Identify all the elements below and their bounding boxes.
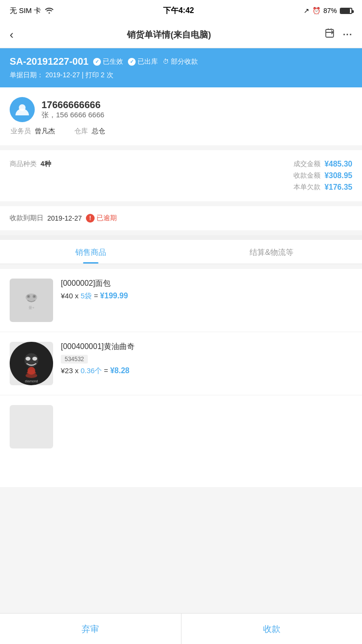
overdue-badge: ! 已逾期 (86, 214, 117, 223)
status-bar: 无 SIM 卡 下午4:42 ↗ ⏰ 87% (0, 0, 362, 21)
overdue-text: 已逾期 (97, 214, 117, 223)
tabs-bar: 销售商品 结算&物流等 (0, 240, 362, 264)
debt-item: 本单欠款 ¥176.35 (293, 183, 352, 192)
category-item: 商品种类 4种 (10, 160, 51, 168)
carrier-label: 无 SIM 卡 (10, 6, 41, 15)
status-partial: 部分收款 (171, 57, 198, 66)
date-label: 单据日期： (10, 71, 43, 79)
alarm-icon: ⏰ (312, 7, 320, 14)
price-unit-1: ¥40 x (61, 292, 81, 300)
salesperson-label: 业务员 (11, 127, 31, 136)
svg-point-11 (26, 357, 30, 361)
page-title: 销货单详情(来自电脑) (127, 29, 211, 41)
product-thumb-1: 量+ (10, 279, 53, 322)
product-item-3-partial (0, 395, 362, 487)
customer-row: 17666666666 张，156 6666 6666 (10, 97, 352, 122)
status-badge-partial: ⏱ 部分收款 (163, 57, 198, 66)
product-thumb-3 (10, 405, 53, 448)
price-unit-2: ¥23 x (61, 366, 81, 375)
customer-info: 17666666666 张，156 6666 6666 (42, 99, 104, 120)
warehouse-item: 仓库 总仓 (74, 127, 105, 136)
location-icon: ↗ (304, 7, 309, 14)
debt-value: ¥176.35 (324, 183, 352, 192)
salesperson-value: 曾凡杰 (35, 127, 55, 136)
check-icon-2: ✓ (128, 58, 136, 66)
order-header: SA-20191227-001 ✓ 已生效 ✓ 已出库 ⏱ 部分收款 单据日期：… (0, 48, 362, 87)
product-price-1: ¥40 x 5袋 = ¥199.99 (61, 292, 352, 301)
status-effective: 已生效 (103, 57, 123, 66)
more-icon[interactable]: ··· (343, 29, 352, 40)
status-badge-effective: ✓ 已生效 (93, 57, 123, 66)
abandon-review-button[interactable]: 弃审 (0, 614, 181, 644)
summary-left: 商品种类 4种 (10, 160, 51, 192)
status-shipped: 已出库 (138, 57, 158, 66)
customer-id: 17666666666 (42, 99, 104, 111)
summary-right: 成交金额 ¥485.30 收款金额 ¥308.95 本单欠款 ¥176.35 (293, 160, 352, 192)
avatar (10, 97, 35, 122)
product-price-2: ¥23 x 0.36个 = ¥8.28 (61, 366, 352, 376)
clock-icon: ⏱ (163, 58, 169, 65)
section-divider (0, 235, 362, 240)
print-info: 打印 2 次 (85, 71, 113, 79)
amount-label: 成交金额 (293, 160, 320, 168)
category-count: 4种 (41, 160, 51, 168)
abandon-review-label: 弃审 (82, 623, 99, 635)
customer-details: 业务员 曾凡杰 仓库 总仓 (10, 127, 352, 136)
svg-point-7 (34, 296, 35, 297)
back-button[interactable]: ‹ (10, 28, 14, 42)
product-name-2: [000400001]黄油曲奇 (61, 342, 352, 352)
status-right: ↗ ⏰ 87% (304, 7, 352, 14)
price-total-2: ¥8.28 (110, 366, 129, 375)
product-item-2: diamond [000400001]黄油曲奇 534532 ¥23 x 0.3… (0, 332, 362, 395)
price-qty-1: 5袋 (81, 292, 92, 300)
warehouse-label: 仓库 (74, 127, 88, 136)
nav-bar: ‹ 销货单详情(来自电脑) ··· (0, 21, 362, 48)
svg-text:量+: 量+ (28, 306, 35, 310)
order-status-badges: ✓ 已生效 ✓ 已出库 ⏱ 部分收款 (93, 57, 198, 66)
collect-payment-button[interactable]: 收款 (181, 614, 362, 644)
battery-label: 87% (323, 7, 337, 14)
products-section: 量+ [0000002]面包 ¥40 x 5袋 = ¥199.99 (0, 269, 362, 487)
received-value: ¥308.95 (324, 171, 352, 180)
category-label: 商品种类 (10, 160, 37, 168)
amount-item: 成交金额 ¥485.30 (293, 160, 352, 168)
due-date-value: 2019-12-27 (47, 214, 82, 222)
status-badge-shipped: ✓ 已出库 (128, 57, 158, 66)
tab-settlement-label: 结算&物流等 (250, 248, 293, 256)
svg-point-12 (32, 357, 37, 361)
wifi-icon (45, 7, 54, 15)
product-info-1: [0000002]面包 ¥40 x 5袋 = ¥199.99 (61, 279, 352, 301)
tab-sales-products[interactable]: 销售商品 (0, 240, 181, 264)
order-date: 2019-12-27 (45, 71, 80, 79)
received-item: 收款金额 ¥308.95 (293, 171, 352, 180)
amount-value: ¥485.30 (324, 160, 352, 168)
overdue-icon: ! (86, 214, 95, 223)
product-thumb-2: diamond (10, 342, 53, 385)
nav-actions: ··· (324, 28, 352, 41)
customer-name-phone: 张，156 6666 6666 (42, 111, 104, 120)
product-placeholder-1: 量+ (10, 279, 53, 322)
due-date-section: 收款到期日 2019-12-27 ! 已逾期 (0, 206, 362, 230)
svg-point-14 (26, 373, 37, 378)
tab-settlement[interactable]: 结算&物流等 (181, 240, 362, 264)
order-date-row: 单据日期： 2019-12-27 | 打印 2 次 (10, 71, 352, 80)
customer-section: 17666666666 张，156 6666 6666 业务员 曾凡杰 仓库 总… (0, 87, 362, 145)
product-sku-2: 534532 (61, 355, 88, 364)
product-info-2: [000400001]黄油曲奇 534532 ¥23 x 0.36个 = ¥8.… (61, 342, 352, 376)
price-total-1: ¥199.99 (100, 292, 128, 300)
svg-text:diamond: diamond (25, 379, 38, 383)
received-label: 收款金额 (293, 171, 320, 180)
price-qty-2: 0.36个 (81, 366, 102, 375)
summary-section: 商品种类 4种 成交金额 ¥485.30 收款金额 ¥308.95 本单欠款 ¥… (0, 150, 362, 201)
collect-payment-label: 收款 (263, 623, 280, 635)
summary-grid: 商品种类 4种 成交金额 ¥485.30 收款金额 ¥308.95 本单欠款 ¥… (10, 160, 352, 192)
debt-label: 本单欠款 (293, 183, 320, 192)
product-item-1: 量+ [0000002]面包 ¥40 x 5袋 = ¥199.99 (0, 269, 362, 332)
due-date-label: 收款到期日 (10, 214, 43, 223)
share-icon[interactable] (324, 28, 335, 41)
status-time: 下午4:42 (163, 6, 194, 16)
salesperson-item: 业务员 曾凡杰 (11, 127, 55, 136)
svg-point-6 (28, 296, 29, 297)
status-left: 无 SIM 卡 (10, 6, 54, 15)
tab-sales-label: 销售商品 (75, 248, 106, 256)
